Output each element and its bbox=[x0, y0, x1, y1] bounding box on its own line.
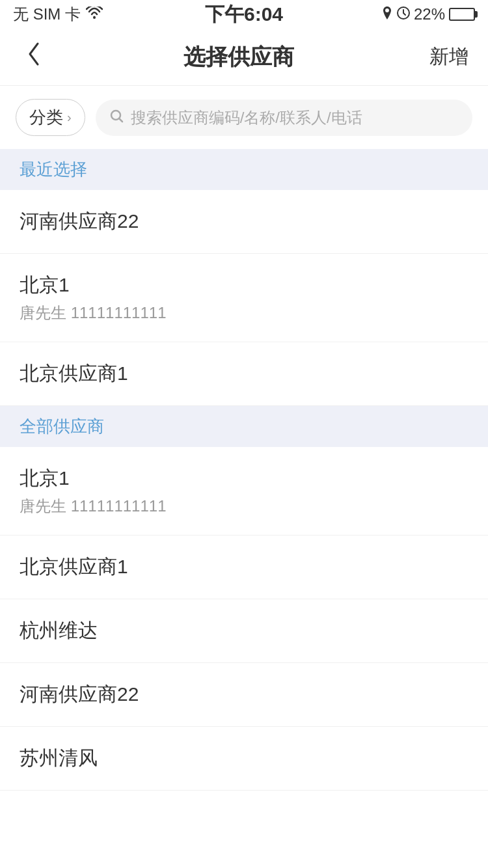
battery-icon bbox=[449, 8, 475, 21]
status-left: 无 SIM 卡 bbox=[13, 4, 103, 25]
list-item[interactable]: 河南供应商22 bbox=[0, 663, 488, 727]
search-icon bbox=[109, 108, 124, 128]
chevron-right-icon: › bbox=[67, 110, 72, 125]
status-time: 下午6:04 bbox=[205, 1, 283, 28]
list-item[interactable]: 北京1唐先生 11111111111 bbox=[0, 254, 488, 342]
supplier-contact: 唐先生 11111111111 bbox=[20, 303, 468, 323]
nav-bar: 选择供应商 新增 bbox=[0, 29, 488, 86]
supplier-name: 北京1 bbox=[20, 272, 468, 299]
list-item[interactable]: 北京1唐先生 11111111111 bbox=[0, 447, 488, 536]
location-icon bbox=[381, 5, 393, 23]
page-title: 选择供应商 bbox=[183, 42, 294, 72]
supplier-name: 苏州清风 bbox=[20, 745, 468, 772]
status-right: 22% bbox=[381, 5, 475, 23]
list-item[interactable]: 河南供应商22 bbox=[0, 190, 488, 254]
supplier-name: 北京1 bbox=[20, 465, 468, 492]
filter-bar: 分类 › 搜索供应商编码/名称/联系人/电话 bbox=[0, 86, 488, 149]
supplier-name: 杭州维达 bbox=[20, 617, 468, 644]
list-item[interactable]: 北京供应商1 bbox=[0, 342, 488, 406]
search-placeholder: 搜索供应商编码/名称/联系人/电话 bbox=[131, 107, 362, 128]
clock-icon bbox=[397, 5, 410, 23]
category-label: 分类 bbox=[29, 106, 63, 129]
category-button[interactable]: 分类 › bbox=[16, 99, 85, 136]
status-bar: 无 SIM 卡 下午6:04 22% bbox=[0, 0, 488, 29]
section-header-all: 全部供应商 bbox=[0, 406, 488, 447]
supplier-name: 河南供应商22 bbox=[20, 681, 468, 708]
list-item[interactable]: 北京供应商1 bbox=[0, 536, 488, 599]
wifi-icon bbox=[86, 5, 103, 23]
back-button[interactable] bbox=[20, 34, 48, 79]
sim-status: 无 SIM 卡 bbox=[13, 4, 81, 25]
svg-point-0 bbox=[93, 16, 96, 19]
supplier-contact: 唐先生 11111111111 bbox=[20, 496, 468, 517]
battery-percent: 22% bbox=[414, 5, 445, 23]
supplier-name: 北京供应商1 bbox=[20, 360, 468, 387]
list-item[interactable]: 苏州清风 bbox=[0, 727, 488, 791]
search-box[interactable]: 搜索供应商编码/名称/联系人/电话 bbox=[96, 100, 472, 136]
list-item[interactable]: 杭州维达 bbox=[0, 599, 488, 663]
add-button[interactable]: 新增 bbox=[429, 44, 468, 70]
section-header-recent: 最近选择 bbox=[0, 149, 488, 190]
supplier-name: 河南供应商22 bbox=[20, 208, 468, 235]
supplier-list: 最近选择河南供应商22北京1唐先生 11111111111北京供应商1全部供应商… bbox=[0, 149, 488, 791]
supplier-name: 北京供应商1 bbox=[20, 554, 468, 580]
